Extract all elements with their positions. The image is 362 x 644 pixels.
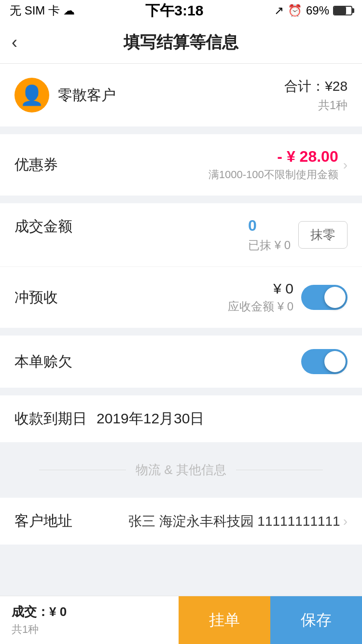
address-right: 张三 海淀永丰科技园 11111111111 › [128,512,348,531]
divider-text: 物流 & 其他信息 [136,462,226,478]
prepay-info: ¥ 0 应收金额 ¥ 0 [228,280,293,314]
transaction-section: 成交金额 0 已抹 ¥ 0 抹零 冲预收 ¥ 0 应收金额 ¥ 0 [0,203,362,328]
customer-name: 零散客户 [58,85,116,105]
transaction-value-wrap: 0 已抹 ¥ 0 [248,217,291,253]
deal-amount: ¥ 0 [49,604,67,619]
content: 👤 零散客户 合计：¥28 共1种 优惠券 - ¥ 28.00 满1000-10… [0,64,362,644]
status-right: ↗ ⏰ 69% [274,4,352,17]
prepay-right: ¥ 0 应收金额 ¥ 0 [228,280,348,314]
prepay-label: 冲预收 [14,288,58,308]
battery-label: 69% [306,4,329,17]
toggle-knob [324,287,346,308]
transaction-row: 成交金额 0 已抹 ¥ 0 抹零 [0,203,362,267]
coupon-row[interactable]: 优惠券 - ¥ 28.00 满1000-100不限制使用金额 › [0,134,362,196]
divider-section: 物流 & 其他信息 [0,450,362,490]
debit-toggle[interactable] [301,349,348,374]
address-value: 张三 海淀永丰科技园 11111111111 [128,512,340,531]
due-date-label: 收款到期日 [14,409,87,429]
coupon-right: - ¥ 28.00 满1000-100不限制使用金额 › [209,148,348,182]
transaction-value: 0 [248,217,291,235]
coupon-label: 优惠券 [14,155,58,175]
coupon-info: - ¥ 28.00 满1000-100不限制使用金额 [209,148,338,182]
chevron-icon: › [343,157,348,173]
prepay-toggle[interactable] [301,285,348,310]
status-time: 下午3:18 [145,1,203,21]
bottom-info: 成交：¥ 0 共1种 [0,596,179,644]
due-date-value: 2019年12月30日 [97,409,204,429]
bottom-bar: 成交：¥ 0 共1种 挂单 保存 [0,596,362,644]
page-title: 填写结算等信息 [124,31,238,54]
user-icon: 👤 [20,84,44,107]
customer-right: 合计：¥28 共1种 [284,77,348,113]
toggle-knob-debit [324,351,346,372]
debit-section: 本单赊欠 [0,336,362,388]
sim-status: 无 SIM 卡 ☁ [10,3,75,18]
prepay-row: 冲预收 ¥ 0 应收金额 ¥ 0 [0,267,362,328]
save-button[interactable]: 保存 [270,596,362,644]
status-bar: 无 SIM 卡 ☁ 下午3:18 ↗ ⏰ 69% [0,0,362,21]
transaction-sub: 已抹 ¥ 0 [248,238,291,253]
battery-icon [333,6,352,15]
hang-button[interactable]: 挂单 [179,596,270,644]
total-count: 共1种 [284,98,348,113]
location-icon: ↗ [274,4,284,17]
customer-row: 👤 零散客户 合计：¥28 共1种 [0,64,362,126]
avatar: 👤 [14,78,49,112]
total-label: 合计：¥28 [284,77,348,96]
address-label: 客户地址 [14,511,72,531]
nav-bar: ‹ 填写结算等信息 [0,21,362,64]
address-chevron-icon: › [343,514,348,529]
divider-line: 物流 & 其他信息 [0,462,362,478]
due-date-row: 收款到期日 2019年12月30日 [0,395,362,442]
prepay-amount: ¥ 0 [228,280,293,297]
coupon-desc: 满1000-100不限制使用金额 [209,168,338,182]
bottom-deal: 成交：¥ 0 [12,603,167,620]
bottom-count: 共1种 [12,622,167,637]
deal-label: 成交： [12,604,49,619]
transaction-label: 成交金额 [14,217,72,237]
prepay-sub: 应收金额 ¥ 0 [228,299,293,314]
transaction-right: 0 已抹 ¥ 0 抹零 [248,217,348,253]
coupon-amount: - ¥ 28.00 [209,148,338,166]
round-button[interactable]: 抹零 [298,221,348,249]
debit-label: 本单赊欠 [14,352,72,372]
alarm-icon: ⏰ [288,4,302,17]
address-row[interactable]: 客户地址 张三 海淀永丰科技园 11111111111 › [0,498,362,545]
customer-left: 👤 零散客户 [14,78,116,112]
status-left: 无 SIM 卡 ☁ [10,3,75,18]
back-button[interactable]: ‹ [12,32,17,53]
